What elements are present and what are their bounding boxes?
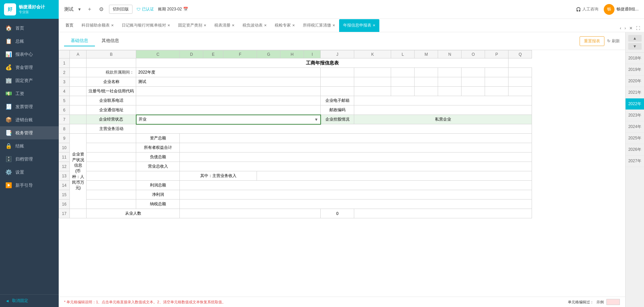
sidebar-item-inventory[interactable]: 📦 进销台账 <box>0 113 59 126</box>
cell-2-M[interactable] <box>415 68 438 77</box>
service-button[interactable]: 🎧 人工咨询 <box>576 6 598 12</box>
cell-2-K[interactable] <box>354 68 391 77</box>
spreadsheet-container[interactable]: A B C D E F G H I J K L M <box>59 50 625 297</box>
cell-13-G[interactable] <box>257 171 532 181</box>
tab-expand-button[interactable]: ⛶ <box>635 25 641 32</box>
sidebar-item-ledger[interactable]: 📋 总账 <box>0 35 59 48</box>
sidebar-item-funds[interactable]: 💰 资金管理 <box>0 61 59 74</box>
cell-3-N[interactable] <box>438 77 462 87</box>
close-icon[interactable]: ✕ <box>204 24 206 27</box>
cell-5-K[interactable] <box>354 96 532 105</box>
cell-4-N[interactable] <box>438 87 462 96</box>
cell-12-D[interactable] <box>180 162 532 171</box>
cell-5-A[interactable] <box>70 96 87 105</box>
refresh-button[interactable]: ↻ 刷新 <box>607 38 620 44</box>
cell-11-B[interactable] <box>87 152 136 162</box>
cell-7-C-active[interactable]: 开业 ▼ <box>136 115 321 124</box>
year-item-2023[interactable]: 2023年 <box>626 110 644 121</box>
cell-2-Q[interactable] <box>508 68 532 77</box>
tab-close-all-button[interactable]: ✕ <box>628 25 634 32</box>
dropdown-arrow-icon[interactable]: ▼ <box>314 117 318 122</box>
year-scroll-up-button[interactable]: ▲ <box>628 35 642 42</box>
cell-4-J[interactable] <box>321 87 354 96</box>
sidebar-cancel-pin[interactable]: ◄ 取消固定 <box>0 294 59 307</box>
add-icon[interactable]: ＋ <box>86 4 94 14</box>
cell-17-K[interactable] <box>354 209 532 218</box>
tab-tax-fluctuation[interactable]: 税负波动表 ✕ <box>238 19 271 32</box>
cell-10-D[interactable] <box>180 143 532 152</box>
tab-auxiliary[interactable]: 科目辅助余额表 ✕ <box>77 19 118 32</box>
cell-16-D[interactable] <box>180 200 532 209</box>
cell-10-B[interactable] <box>87 143 136 152</box>
cell-2-C[interactable]: 2022年度 <box>136 68 321 77</box>
cell-9-B[interactable] <box>87 134 136 143</box>
cell-4-Q[interactable] <box>508 87 532 96</box>
cell-4-O[interactable] <box>462 87 485 96</box>
close-icon[interactable]: ✕ <box>332 24 335 27</box>
cell-5-C[interactable] <box>136 96 321 105</box>
sidebar-item-home[interactable]: 🏠 首页 <box>0 21 59 35</box>
cell-3-K[interactable] <box>354 77 391 87</box>
close-icon[interactable]: ✕ <box>111 24 114 27</box>
cell-6-C[interactable] <box>136 105 321 115</box>
tab-home[interactable]: 首页 <box>61 19 77 32</box>
sidebar-item-payroll[interactable]: 💵 工资 <box>0 87 59 100</box>
sidebar-item-fixed[interactable]: 🏢 固定资产 <box>0 74 59 87</box>
user-menu[interactable]: 畅 畅捷通B组... <box>604 4 639 15</box>
cell-2-O[interactable] <box>462 68 485 77</box>
cell-4-C[interactable] <box>136 87 321 96</box>
calendar-icon[interactable]: 📅 <box>183 7 188 11</box>
cell-2-P[interactable] <box>485 68 508 77</box>
cell-3-Q[interactable] <box>508 77 532 87</box>
cell-9-D[interactable] <box>180 134 532 143</box>
cell-13-C[interactable] <box>136 171 180 181</box>
year-item-2021[interactable]: 2021年 <box>626 87 644 98</box>
close-icon[interactable]: ✕ <box>167 24 170 27</box>
year-item-2026[interactable]: 2026年 <box>626 144 644 156</box>
cell-4-L[interactable] <box>391 87 415 96</box>
cell-1-title[interactable]: 工商年报信息表 <box>136 58 508 68</box>
tab-fixed-assets[interactable]: 固定资产类别 ✕ <box>174 19 210 32</box>
cell-8-C[interactable] <box>136 124 532 134</box>
tab-other-info[interactable]: 其他信息 <box>95 36 126 46</box>
cell-14-B[interactable] <box>87 181 136 190</box>
tab-tax-expert[interactable]: 税检专家 ✕ <box>271 19 299 32</box>
sidebar-item-archive[interactable]: 🗄️ 归档管理 <box>0 152 59 166</box>
switch-old-version-button[interactable]: 切到旧版 <box>109 5 132 14</box>
close-icon[interactable]: ✕ <box>264 24 267 27</box>
year-item-2018[interactable]: 2018年 <box>626 53 644 64</box>
cell-13-B[interactable] <box>87 171 136 181</box>
cell-7-A[interactable] <box>70 115 87 124</box>
cell-17-J[interactable]: 0 <box>321 209 354 218</box>
cell-2-L[interactable] <box>391 68 415 77</box>
cell-4-A[interactable] <box>70 87 87 96</box>
year-item-2024[interactable]: 2024年 <box>626 121 644 133</box>
tab-tax-schedule[interactable]: 税表清册 ✕ <box>210 19 238 32</box>
cell-6-A[interactable] <box>70 105 87 115</box>
cell-4-P[interactable] <box>485 87 508 96</box>
sidebar-item-close[interactable]: 🔒 结账 <box>0 139 59 152</box>
cell-1-A[interactable] <box>70 58 87 68</box>
tab-basic-info[interactable]: 基础信息 <box>64 36 95 46</box>
cell-17-A[interactable] <box>70 209 87 218</box>
sidebar-item-reports[interactable]: 📊 报表中心 <box>0 48 59 61</box>
tab-annual-report[interactable]: 年报信息申报表 ✕ <box>339 19 379 32</box>
cell-3-M[interactable] <box>415 77 438 87</box>
cell-4-M[interactable] <box>415 87 438 96</box>
cell-1-B[interactable] <box>87 58 136 68</box>
close-icon[interactable]: ✕ <box>232 24 234 27</box>
close-icon[interactable]: ✕ <box>373 24 375 27</box>
close-icon[interactable]: ✕ <box>292 24 295 27</box>
cell-8-A[interactable] <box>70 124 87 134</box>
settings-icon[interactable]: ⚙ <box>98 5 105 14</box>
cell-6-K[interactable] <box>354 105 532 115</box>
tab-income-tax[interactable]: 所得税汇算清缴 ✕ <box>299 19 339 32</box>
tab-prev-button[interactable]: ‹ <box>619 25 623 32</box>
cell-3-A[interactable] <box>70 77 87 87</box>
cell-3-L[interactable] <box>391 77 415 87</box>
sidebar-item-invoice[interactable]: 🧾 发票管理 <box>0 100 59 113</box>
year-item-2019[interactable]: 2019年 <box>626 64 644 76</box>
cell-2-A[interactable] <box>70 68 87 77</box>
cell-15-D[interactable] <box>180 190 532 200</box>
cell-11-D[interactable] <box>180 152 532 162</box>
